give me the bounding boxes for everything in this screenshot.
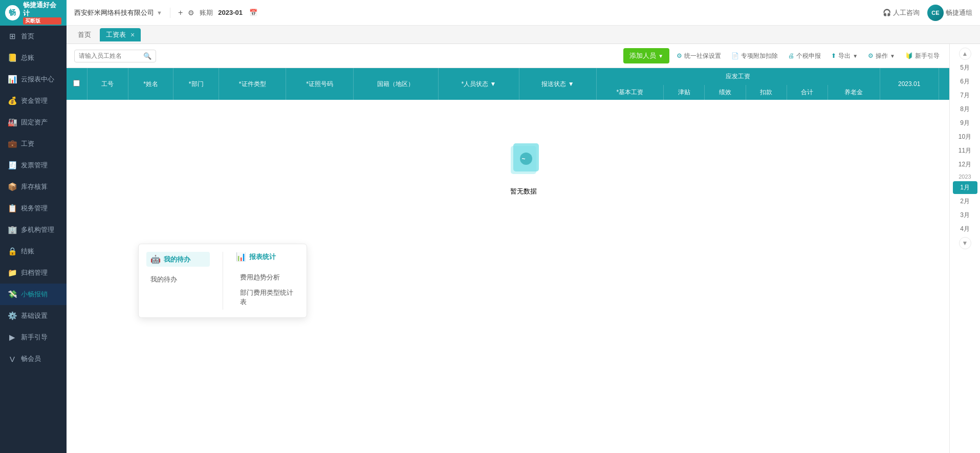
guide-action[interactable]: 🔰 新手引导 xyxy=(902,50,943,62)
sidebar-item-tax[interactable]: 📋 税务管理 xyxy=(0,198,67,219)
sidebar-item-invoice[interactable]: 🧾 发票管理 xyxy=(0,155,67,176)
member-icon: V xyxy=(8,355,17,363)
xiaochang-dropdown: 🤖 我的待办 我的待办 📊 报表统计 费用趋势分析 部门费用类型统计表 xyxy=(138,244,307,318)
empty-text: 暂无数据 xyxy=(510,187,537,196)
dropdown-section: 🤖 我的待办 我的待办 📊 报表统计 费用趋势分析 部门费用类型统计表 xyxy=(146,252,299,310)
special-deduct-action[interactable]: 📄 专项附加扣除 xyxy=(728,50,781,62)
tax-report-icon: 🖨 xyxy=(788,52,794,59)
th-certno: *证照号码 xyxy=(286,68,353,100)
dropdown-item-todo[interactable]: 我的待办 xyxy=(146,272,210,287)
search-input[interactable] xyxy=(79,52,141,59)
th-report-status[interactable]: 报送状态 ▼ xyxy=(519,68,596,100)
topbar-settings-icon[interactable]: ⚙ xyxy=(188,9,194,17)
tax-report-action[interactable]: 🖨 个税申报 xyxy=(785,50,824,62)
export-action[interactable]: ⬆ 导出 ▼ xyxy=(828,50,861,62)
add-company-button[interactable]: + xyxy=(178,8,183,17)
sidebar-item-archive[interactable]: 📁 归档管理 xyxy=(0,262,67,284)
sidebar-item-reports[interactable]: 📊 云报表中心 xyxy=(0,69,67,90)
salary-icon: 💼 xyxy=(8,139,17,148)
select-all-checkbox[interactable] xyxy=(73,80,80,87)
sidebar-item-guide[interactable]: ▶ 新手引导 xyxy=(0,327,67,348)
month-item-2[interactable]: 2月 xyxy=(953,195,977,208)
month-nav-up[interactable]: ▲ xyxy=(959,48,971,60)
logo-sub: 买断版 xyxy=(23,17,61,25)
tab-close-button[interactable]: × xyxy=(130,31,135,39)
dropdown-col1-title-label: 我的待办 xyxy=(164,255,190,264)
toolbar: 🔍 添加人员 ▼ ⚙ 统一社保设置 📄 专项附加扣除 🖨 个税申报 xyxy=(67,44,980,68)
sidebar-item-xiaochang[interactable]: 💸 小畅报销 xyxy=(0,284,67,305)
dropdown-item-expense-trend[interactable]: 费用趋势分析 xyxy=(236,270,299,285)
month-item-12[interactable]: 12月 xyxy=(953,158,977,171)
company-name: 西安虾米网络科技有限公司 xyxy=(74,8,154,17)
operations-dropdown-icon: ▼ xyxy=(890,53,895,59)
month-item-8[interactable]: 8月 xyxy=(953,103,977,116)
sidebar-item-settings[interactable]: ⚙️ 基础设置 xyxy=(0,305,67,327)
avatar-text: CE xyxy=(931,10,939,16)
sidebar-item-inventory[interactable]: 📦 库存核算 xyxy=(0,176,67,198)
month-nav-down[interactable]: ▼ xyxy=(959,237,971,249)
month-item-3[interactable]: 3月 xyxy=(953,209,977,222)
social-security-action[interactable]: ⚙ 统一社保设置 xyxy=(673,50,724,62)
sidebar-item-assets[interactable]: 🏭 固定资产 xyxy=(0,112,67,133)
export-label: 导出 xyxy=(838,52,851,60)
sidebar-item-funds[interactable]: 💰 资金管理 xyxy=(0,90,67,112)
month-item-5[interactable]: 5月 xyxy=(953,61,977,74)
month-item-10[interactable]: 10月 xyxy=(953,131,977,143)
month-item-7[interactable]: 7月 xyxy=(953,89,977,102)
tab-salary-table[interactable]: 工资表 × xyxy=(100,28,141,41)
search-box[interactable]: 🔍 xyxy=(74,50,156,62)
sidebar-item-label: 新手引导 xyxy=(21,333,48,342)
sidebar-item-ledger[interactable]: 📒 总账 xyxy=(0,47,67,69)
month-item-6[interactable]: 6月 xyxy=(953,75,977,88)
operations-action[interactable]: ⚙ 操作 ▼ xyxy=(865,50,898,62)
sidebar-item-closing[interactable]: 🔒 结账 xyxy=(0,241,67,262)
topbar-divider-1 xyxy=(170,8,170,18)
headset-icon: 🎧 xyxy=(883,9,891,16)
th-pension: 养老金 xyxy=(828,85,880,100)
special-deduct-label: 专项附加扣除 xyxy=(741,52,778,60)
sidebar-item-label: 发票管理 xyxy=(21,161,48,170)
period-label: 账期 xyxy=(200,8,213,17)
add-person-button[interactable]: 添加人员 ▼ xyxy=(623,48,669,63)
empty-icon: ~ xyxy=(503,141,544,182)
add-person-label: 添加人员 xyxy=(629,51,656,60)
period-calendar-icon[interactable]: 📅 xyxy=(249,9,257,16)
sidebar-item-member[interactable]: V 畅会员 xyxy=(0,348,67,370)
sidebar-item-label: 首页 xyxy=(21,32,34,41)
tab-home-label: 首页 xyxy=(78,30,91,39)
reports-icon: 📊 xyxy=(8,75,17,84)
th-bonus: 津贴 xyxy=(663,85,704,100)
sidebar-item-label: 资金管理 xyxy=(21,96,48,105)
th-checkbox[interactable] xyxy=(67,68,87,100)
sidebar-item-label: 基础设置 xyxy=(21,311,48,320)
dropdown-col2-title-label: 报表统计 xyxy=(249,252,276,262)
sidebar-item-salary[interactable]: 💼 工资 xyxy=(0,133,67,155)
month-item-11[interactable]: 11月 xyxy=(953,144,977,157)
th-base-salary: *基本工资 xyxy=(596,85,663,100)
company-selector[interactable]: 西安虾米网络科技有限公司 ▼ xyxy=(74,8,162,17)
dropdown-item-dept-expense[interactable]: 部门费用类型统计表 xyxy=(236,285,299,310)
th-period: 2023.01 xyxy=(880,68,939,100)
sidebar-nav: ⊞ 首页 📒 总账 📊 云报表中心 💰 资金管理 🏭 固定资产 💼 工资 🧾 发… xyxy=(0,26,67,453)
special-deduct-icon: 📄 xyxy=(731,52,739,59)
month-item-1-active[interactable]: 1月 xyxy=(953,181,977,194)
th-empid: 工号 xyxy=(87,68,128,100)
user-profile[interactable]: CE 畅捷通组 xyxy=(927,5,972,21)
sidebar: 畅 畅捷通好会计 买断版 ⊞ 首页 📒 总账 📊 云报表中心 💰 资金管理 🏭 … xyxy=(0,0,67,453)
sidebar-item-home[interactable]: ⊞ 首页 xyxy=(0,26,67,47)
month-item-9[interactable]: 9月 xyxy=(953,117,977,130)
support-button[interactable]: 🎧 人工咨询 xyxy=(883,8,920,17)
social-security-icon: ⚙ xyxy=(677,52,682,59)
logo-text: 畅捷通好会计 买断版 xyxy=(23,1,61,24)
sidebar-item-multiorg[interactable]: 🏢 多机构管理 xyxy=(0,219,67,241)
tab-home[interactable]: 首页 xyxy=(72,28,97,41)
th-certtype: *证件类型 xyxy=(219,68,286,100)
th-status[interactable]: *人员状态 ▼ xyxy=(438,68,519,100)
closing-icon: 🔒 xyxy=(8,247,17,256)
month-item-4[interactable]: 4月 xyxy=(953,223,977,235)
dropdown-col2-title: 📊 报表统计 xyxy=(236,252,299,265)
salary-table: 工号 *姓名 *部门 *证件类型 *证照号码 国籍（地区） *人员状态 ▼ 报送… xyxy=(67,68,980,100)
th-salary-group: 应发工资 xyxy=(596,68,880,85)
sidebar-item-label: 固定资产 xyxy=(21,118,48,127)
dropdown-divider xyxy=(223,252,223,310)
